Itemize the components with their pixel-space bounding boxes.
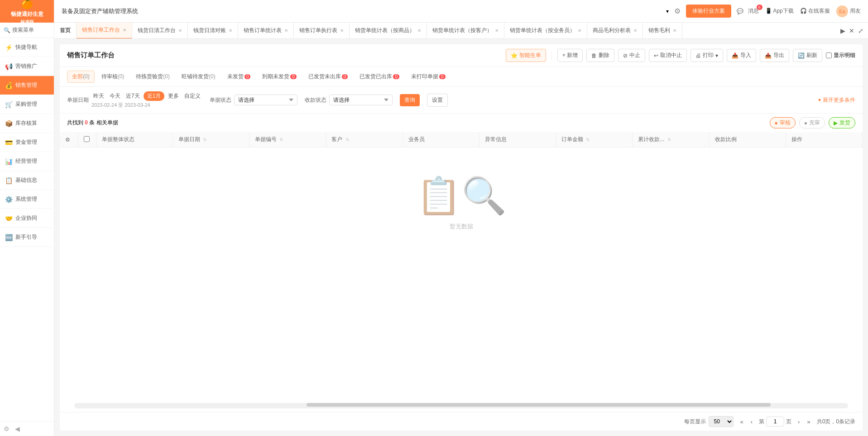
sidebar-collapse-icon[interactable]: ◀: [15, 425, 20, 432]
date-opt-今天[interactable]: 今天: [108, 91, 122, 101]
show-detail-toggle[interactable]: 显示明细: [826, 52, 855, 59]
filter-tab-not-shipped[interactable]: 未发货0: [222, 71, 256, 83]
user-area[interactable]: Ea 用友: [836, 5, 861, 17]
tab-sales-exec[interactable]: 销售订单执行表✕: [294, 23, 350, 39]
message-icon-wrap[interactable]: 💬 6 消息: [737, 7, 759, 15]
print-btn[interactable]: 🖨 打印 ▾: [691, 49, 723, 62]
tabs-close-all-icon[interactable]: ✕: [848, 26, 855, 35]
scroll-thumb[interactable]: [307, 403, 771, 407]
tab-sales-product[interactable]: 销货单统计表（按商品）✕: [350, 23, 427, 39]
filter-tab-pending-inspect[interactable]: 待拣货验货(0): [131, 71, 175, 83]
tab-sales-staff[interactable]: 销货单统计表（按业务员）✕: [504, 23, 587, 39]
tab-close-sales-stat[interactable]: ✕: [284, 28, 288, 33]
dropdown-icon[interactable]: ▾: [666, 8, 669, 14]
filter-tab-wangpu-ship[interactable]: 旺铺待发货(0): [177, 71, 221, 83]
sidebar-item-basic-info[interactable]: 📋基础信息: [0, 171, 54, 190]
page-actions: ⭐ 智能生单 + 新增 🗑 删除 ⊘ 中止 ↩ 取消中止: [506, 49, 855, 62]
sidebar-item-marketing[interactable]: 📢营销推广: [0, 57, 54, 76]
next-page-btn[interactable]: ›: [795, 417, 802, 427]
tab-close-sales-workbench[interactable]: ✕: [123, 28, 126, 33]
col-salesperson: 业务员: [403, 132, 479, 147]
date-opt-自定义[interactable]: 自定义: [182, 91, 202, 101]
filter-tab-shipped-out[interactable]: 已发货已出库0: [355, 71, 404, 83]
experience-btn[interactable]: 体验行业方案: [686, 5, 731, 18]
add-btn[interactable]: + 新增: [557, 49, 583, 62]
delete-btn[interactable]: 🗑 删除: [586, 49, 614, 62]
payment-select[interactable]: 请选择: [329, 95, 393, 105]
prev-page-btn[interactable]: ‹: [748, 417, 755, 427]
filter-tab-expired-not-ship[interactable]: 到期未发货0: [257, 71, 302, 83]
tab-close-cash-daily[interactable]: ✕: [178, 28, 182, 33]
stop-btn[interactable]: ⊘ 中止: [618, 49, 645, 62]
export-btn[interactable]: 📤 导出: [760, 49, 789, 62]
online-support-icon[interactable]: 🎧 在线客服: [800, 7, 830, 15]
sidebar-item-enterprise[interactable]: 🤝企业协同: [0, 209, 54, 228]
tab-close-sales-staff[interactable]: ✕: [578, 28, 581, 33]
filter-tab-not-printed[interactable]: 未打印单据0: [406, 71, 451, 83]
query-btn[interactable]: 查询: [400, 94, 420, 106]
sidebar-item-guide[interactable]: 🆕新手引导: [0, 228, 54, 247]
tab-close-sales-col[interactable]: ✕: [673, 28, 676, 33]
tabs-more-icon[interactable]: ▶: [839, 26, 846, 35]
tab-cash-daily[interactable]: 钱货日清工作台✕: [132, 23, 188, 39]
import-btn[interactable]: 📥 导入: [727, 49, 756, 62]
per-page-select[interactable]: 50 10 20 100: [709, 416, 734, 427]
tab-sales-workbench[interactable]: 销售订单工作台✕: [77, 23, 132, 39]
settings-icon[interactable]: ⚙: [674, 7, 681, 15]
filter-tab-pending-audit[interactable]: 待审核(0): [96, 71, 129, 83]
date-opt-昨天[interactable]: 昨天: [91, 91, 106, 101]
app-download-icon[interactable]: 📱 App下载: [765, 7, 794, 15]
tab-close-sales-exec[interactable]: ✕: [340, 28, 344, 33]
tab-gross-profit[interactable]: 商品毛利分析表✕: [587, 23, 643, 39]
select-all-checkbox[interactable]: [84, 136, 90, 142]
sidebar-item-finance[interactable]: 💳资金管理: [0, 133, 54, 152]
tab-close-sales-product[interactable]: ✕: [417, 28, 421, 33]
filter-tab-shipped-not-out[interactable]: 已发货未出库0: [303, 71, 353, 83]
nav-label-guide: 新手引导: [15, 233, 37, 241]
col-date-sort-icon[interactable]: ⇅: [203, 137, 206, 142]
cancel-stop-btn[interactable]: ↩ 取消中止: [649, 49, 687, 62]
col-amount-sort-icon[interactable]: ⇅: [586, 137, 590, 142]
tab-sales-stat[interactable]: 销售订单统计表✕: [238, 23, 294, 39]
sidebar-settings-icon[interactable]: ⚙: [4, 425, 10, 432]
date-opt-近1月[interactable]: 近1月: [144, 91, 165, 101]
filter-tab-all[interactable]: 全部(0): [67, 71, 95, 83]
col-number-sort-icon[interactable]: ⇅: [279, 137, 283, 142]
sidebar-item-inventory[interactable]: 📦库存核算: [0, 114, 54, 133]
status-select[interactable]: 请选择: [234, 95, 297, 105]
sidebar-item-sales[interactable]: 💰销售管理: [0, 76, 54, 95]
date-opt-更多[interactable]: 更多: [166, 91, 181, 101]
tab-home[interactable]: 首页: [54, 23, 77, 39]
quick-action-audit[interactable]: ● 审核: [770, 117, 796, 128]
col-operation-label: 操作: [791, 136, 802, 142]
smart-create-btn[interactable]: ⭐ 智能生单: [506, 49, 546, 62]
sidebar-search-item[interactable]: 🔍 搜索菜单: [0, 23, 54, 38]
tab-sales-customer[interactable]: 销货单统计表（按客户）✕: [427, 23, 504, 39]
sidebar-item-quick-nav[interactable]: ⚡快捷导航: [0, 38, 54, 57]
col-customer-sort-icon[interactable]: ⇅: [345, 137, 349, 142]
last-page-btn[interactable]: »: [804, 417, 813, 427]
export-label: 导出: [773, 52, 784, 59]
sidebar-item-system[interactable]: ⚙️系统管理: [0, 190, 54, 209]
expand-filters-btn[interactable]: ▾ 展开更多条件: [818, 96, 855, 104]
sidebar-item-operations[interactable]: 📊经营管理: [0, 152, 54, 171]
tabs-fullscreen-icon[interactable]: ⤢: [857, 26, 864, 35]
first-page-btn[interactable]: «: [737, 417, 746, 427]
filter-row: 单据日期 昨天今天近7天近1月更多自定义 2023-02-24 至 2023-0…: [67, 91, 855, 109]
setting-icon[interactable]: ⚙: [65, 137, 70, 143]
tab-cash-reconcile[interactable]: 钱货日清对账✕: [188, 23, 238, 39]
tab-close-cash-reconcile[interactable]: ✕: [229, 28, 232, 33]
page-number-input[interactable]: [766, 417, 784, 427]
quick-action-revoke[interactable]: ● 充审: [799, 117, 825, 128]
tab-sales-col[interactable]: 销售毛利✕: [643, 23, 682, 39]
col-collected-sort-icon[interactable]: ⇅: [667, 137, 671, 142]
set-btn[interactable]: 设置: [427, 94, 448, 107]
refresh-btn[interactable]: 🔄 刷新: [793, 49, 822, 62]
sidebar-item-purchase[interactable]: 🛒采购管理: [0, 95, 54, 114]
date-opt-近7天[interactable]: 近7天: [124, 91, 142, 101]
horizontal-scrollbar[interactable]: [74, 403, 848, 408]
quick-action-ship[interactable]: ▶ 发货: [829, 117, 855, 128]
show-detail-checkbox[interactable]: [826, 52, 832, 58]
tab-close-sales-customer[interactable]: ✕: [495, 28, 499, 33]
tab-close-gross-profit[interactable]: ✕: [633, 28, 637, 33]
